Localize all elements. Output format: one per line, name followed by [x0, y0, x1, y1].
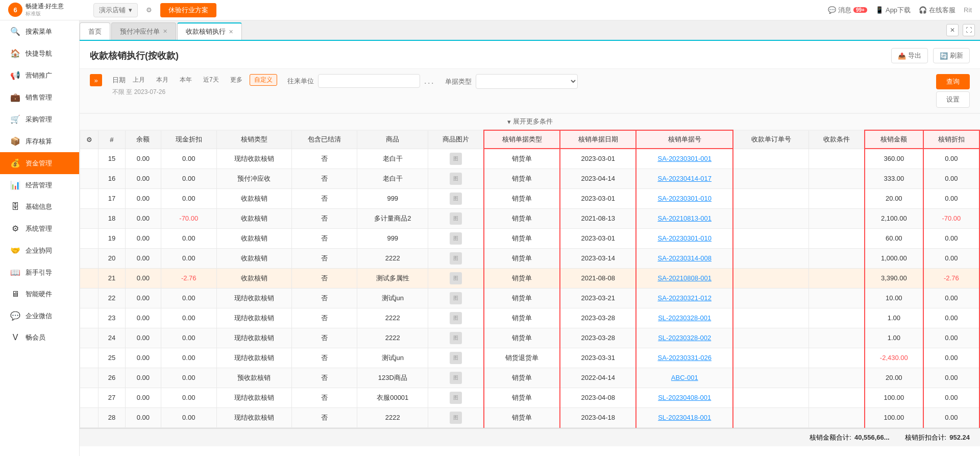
cell-cancel-date: 2023-04-18: [560, 407, 636, 427]
tab-prepay-close[interactable]: ✕: [163, 28, 167, 35]
export-button[interactable]: 📤 导出: [891, 48, 928, 63]
cell-cancel-no: SL-20230328-002: [636, 328, 733, 348]
col-cash-discount: 现金折扣: [161, 130, 216, 149]
cell-receipt-order-no: [733, 308, 808, 328]
cell-gear[interactable]: [80, 368, 99, 388]
sidebar-item-finance[interactable]: 💰 资金管理: [0, 152, 79, 174]
sidebar-item-marketing[interactable]: 📢 营销推广: [0, 64, 79, 86]
cell-balance: 0.00: [125, 328, 161, 348]
cell-cancel-discount: 0.00: [923, 308, 979, 328]
cell-cancel-discount: 0.00: [923, 149, 979, 169]
message-button[interactable]: 💬 消息 99+: [828, 6, 867, 15]
table-row: 22 0.00 0.00 现结收款核销 否 测试jun 图 销货单 2023-0…: [80, 288, 980, 308]
date-custom[interactable]: 自定义: [250, 74, 277, 86]
cell-receipt-order-no: [733, 149, 808, 169]
voucher-type-select[interactable]: [476, 74, 578, 89]
tab-home[interactable]: 首页: [80, 22, 110, 40]
store-selector[interactable]: 演示店铺 ▾: [93, 3, 138, 17]
cell-seq: 23: [99, 308, 126, 328]
app-download-button[interactable]: 📱 App下载: [875, 6, 911, 15]
cell-seq: 18: [99, 208, 126, 228]
sidebar-item-system[interactable]: ⚙ 系统管理: [0, 218, 79, 239]
cell-receipt-condition: [809, 407, 865, 427]
cell-cancel-date: 2023-03-28: [560, 308, 636, 328]
date-more[interactable]: 更多: [226, 75, 247, 85]
sidebar-item-purchase[interactable]: 🛒 采购管理: [0, 108, 79, 130]
sidebar-item-inventory[interactable]: 📦 库存核算: [0, 130, 79, 152]
cell-cancel-no: SA-20210813-001: [636, 208, 733, 228]
cell-cancel-no: SA-20230301-010: [636, 228, 733, 248]
cell-seq: 24: [99, 328, 126, 348]
table-row: 15 0.00 0.00 现结收款核销 否 老白干 图 销货单 2023-03-…: [80, 149, 980, 169]
cell-cancel-amount: 20.00: [865, 368, 923, 388]
cell-goods: 999: [357, 188, 428, 208]
tab-receipt-cancel[interactable]: 收款核销执行 ✕: [177, 22, 242, 40]
search-icon: 🔍: [10, 27, 20, 36]
cell-gear[interactable]: [80, 248, 99, 268]
cell-gear[interactable]: [80, 149, 99, 169]
col-receipt-condition: 收款条件: [809, 130, 865, 149]
sidebar-item-hardware[interactable]: 🖥 智能硬件: [0, 283, 79, 305]
cell-gear[interactable]: [80, 268, 99, 288]
date-this-year[interactable]: 本年: [176, 75, 196, 85]
filter-expand-button[interactable]: »: [90, 74, 102, 86]
cell-gear[interactable]: [80, 407, 99, 427]
cell-goods-img: 图: [428, 308, 484, 328]
cell-cancel-discount: 0.00: [923, 169, 979, 188]
book-icon: 📖: [10, 268, 20, 277]
cell-goods: 测试jun: [357, 348, 428, 368]
cell-gear[interactable]: [80, 308, 99, 328]
cell-cancel-voucher-type: 销货单: [484, 268, 560, 288]
tab-prepay[interactable]: 预付冲应付单 ✕: [111, 22, 176, 40]
tab-maximize-button[interactable]: ⛶: [963, 24, 975, 36]
cell-gear[interactable]: [80, 328, 99, 348]
cell-cancel-date: 2023-03-31: [560, 348, 636, 368]
cell-goods: 2222: [357, 407, 428, 427]
sidebar-item-guide[interactable]: 📖 新手引导: [0, 261, 79, 283]
cell-cancel-no: SA-20230414-017: [636, 169, 733, 188]
industry-solution-button[interactable]: 休验行业方案: [160, 3, 216, 17]
cell-cancel-type: 收款核销: [216, 268, 292, 288]
sidebar-item-sales[interactable]: 💼 销售管理: [0, 86, 79, 108]
expand-more-icon: ▾: [507, 118, 511, 126]
setting-button[interactable]: 设置: [936, 91, 970, 108]
tab-close-button[interactable]: ✕: [946, 24, 959, 36]
sidebar-item-basicinfo[interactable]: 🗄 基础信息: [0, 196, 79, 218]
col-cancel-amount: 核销金额: [865, 130, 923, 149]
date-last-month[interactable]: 上月: [129, 75, 149, 85]
col-gear[interactable]: ⚙: [80, 130, 99, 149]
expand-more-bar[interactable]: ▾ 展开更多条件: [80, 113, 980, 130]
cell-receipt-condition: [809, 388, 865, 407]
cell-gear[interactable]: [80, 288, 99, 308]
online-service-button[interactable]: 🎧 在线客服: [919, 6, 955, 15]
tab-receipt-cancel-close[interactable]: ✕: [229, 29, 233, 35]
cell-gear[interactable]: [80, 228, 99, 248]
date-this-month[interactable]: 本月: [152, 75, 173, 85]
query-button[interactable]: 查询: [936, 74, 970, 89]
cell-receipt-order-no: [733, 388, 808, 407]
cell-gear[interactable]: [80, 188, 99, 208]
cell-goods: 123D商品: [357, 368, 428, 388]
partner-input[interactable]: [318, 74, 420, 88]
cell-cancel-no: SA-20230301-001: [636, 149, 733, 169]
sidebar-item-quicknav[interactable]: 🏠 快捷导航: [0, 42, 79, 64]
sidebar-item-member[interactable]: V 畅会员: [0, 327, 79, 348]
cell-cancel-amount: 20.00: [865, 188, 923, 208]
cell-cancel-voucher-type: 销货单: [484, 407, 560, 427]
cell-seq: 26: [99, 368, 126, 388]
refresh-button[interactable]: 🔄 刷新: [933, 48, 970, 63]
cell-gear[interactable]: [80, 388, 99, 407]
sidebar-item-wechat[interactable]: 💬 企业微信: [0, 305, 79, 327]
cell-gear[interactable]: [80, 348, 99, 368]
date-7days[interactable]: 近7天: [199, 75, 223, 85]
cell-cancel-no: SA-20210808-001: [636, 268, 733, 288]
cell-gear[interactable]: [80, 169, 99, 188]
sidebar-item-operation[interactable]: 📊 经营管理: [0, 174, 79, 196]
cell-cancel-no: SA-20230301-010: [636, 188, 733, 208]
cell-cancel-amount: 1,000.00: [865, 248, 923, 268]
sidebar-item-search[interactable]: 🔍 搜索菜单: [0, 20, 79, 42]
cell-gear[interactable]: [80, 208, 99, 228]
settings-gear-button[interactable]: ⚙: [142, 3, 156, 17]
sidebar-item-collab[interactable]: 🤝 企业协同: [0, 239, 79, 261]
cell-balance: 0.00: [125, 388, 161, 407]
